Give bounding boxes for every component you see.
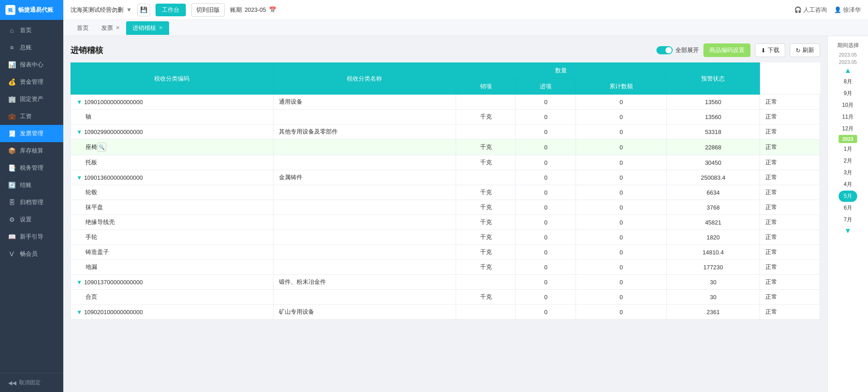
period-item[interactable]: 12月 — [839, 123, 857, 134]
table-row-code: 手轮 — [71, 230, 274, 245]
logo-icon: 账 — [5, 5, 15, 15]
period-item[interactable]: 8月 — [839, 76, 857, 87]
tab-reconcile[interactable]: 进销稽核 ✕ — [126, 21, 169, 35]
search-icon[interactable]: 🔍 — [97, 143, 106, 152]
period-item[interactable]: 3月 — [839, 167, 857, 178]
table-row-name — [273, 290, 456, 305]
table-row-sales: 0 — [516, 185, 576, 200]
workspace-button[interactable]: 工作台 — [156, 4, 186, 16]
expand-icon[interactable]: ▼ — [76, 129, 82, 135]
period-date-2[interactable]: 2023.05 — [837, 58, 859, 66]
refresh-button[interactable]: ↻ 刷新 — [790, 43, 820, 57]
table-row-total: 22868 — [666, 139, 760, 155]
sidebar-item-asset[interactable]: 🏢 固定资产 — [0, 91, 63, 108]
table-row-unit — [456, 275, 516, 290]
page-title: 进销稽核 — [71, 45, 103, 56]
period-item[interactable]: 10月 — [839, 100, 857, 111]
table-row-code: 轮毂 — [71, 185, 274, 200]
period-date-1[interactable]: 2023.05 — [837, 51, 859, 58]
sidebar-item-salary[interactable]: 💼 工资 — [0, 108, 63, 125]
content-main: 进销稽核 全部展开 商品编码设置 ⬇ 下载 ↻ 刷新 — [63, 36, 827, 392]
period-item[interactable]: 7月 — [839, 214, 857, 225]
settlement-icon: 🔄 — [8, 182, 15, 189]
inventory-icon: 📦 — [8, 147, 15, 154]
period-item[interactable]: 2023 — [839, 135, 857, 143]
sidebar-item-guide[interactable]: 📖 新手引导 — [0, 228, 63, 245]
help-label: 人工咨询 — [803, 6, 827, 14]
table-row-sales: 0 — [516, 260, 576, 275]
switch-version-button[interactable]: 切到旧版 — [191, 3, 225, 17]
sidebar-item-fund[interactable]: 💰 资金管理 — [0, 73, 63, 91]
table-row-name: 锻件、粉末冶金件 — [273, 275, 456, 290]
table-row-status: 正常 — [760, 170, 820, 185]
table-row-total: 3768 — [666, 200, 760, 215]
sidebar-item-home[interactable]: ⌂ 首页 — [0, 22, 63, 39]
period-item[interactable]: 5月 — [839, 191, 857, 202]
period-item[interactable]: 9月 — [839, 88, 857, 99]
toggle-switch[interactable] — [656, 46, 673, 54]
period-item[interactable]: 11月 — [839, 111, 857, 123]
table-row-purchase: 0 — [576, 139, 667, 155]
table-row-status: 正常 — [760, 305, 820, 320]
table-row-total: 1820 — [666, 230, 760, 245]
sidebar-item-tax[interactable]: 📑 税务管理 — [0, 159, 63, 177]
period-item[interactable]: 4月 — [839, 179, 857, 190]
sidebar-item-label: 归档管理 — [20, 198, 43, 206]
table-row-sales: 0 — [516, 305, 576, 320]
expand-icon[interactable]: ▼ — [76, 279, 82, 286]
sidebar-item-member[interactable]: V 畅会员 — [0, 245, 63, 263]
sidebar-item-settings[interactable]: ⚙ 设置 — [0, 211, 63, 228]
download-icon: ⬇ — [761, 47, 766, 54]
save-icon: 💾 — [140, 6, 147, 13]
expand-toggle[interactable]: 全部展开 — [656, 46, 699, 54]
expand-icon[interactable]: ▼ — [76, 309, 82, 316]
table-row-sales: 0 — [516, 124, 576, 139]
sidebar-footer[interactable]: ◀◀ 取消固定 — [0, 373, 63, 392]
user-button[interactable]: 👤 徐泽华 — [834, 6, 861, 14]
help-button[interactable]: 🎧 人工咨询 — [794, 6, 827, 14]
period-nav-up[interactable]: ▲ — [844, 66, 853, 76]
period-value: 2023-05 — [245, 6, 266, 13]
download-button[interactable]: ⬇ 下载 — [755, 43, 785, 57]
table-row-sales: 0 — [516, 230, 576, 245]
guide-icon: 📖 — [8, 233, 15, 240]
table-row-status: 正常 — [760, 260, 820, 275]
table-row-purchase: 0 — [576, 230, 667, 245]
expand-icon[interactable]: ▼ — [76, 174, 82, 181]
sidebar-item-label: 设置 — [20, 215, 32, 224]
sidebar-item-archive[interactable]: 🗄 归档管理 — [0, 194, 63, 211]
tab-reconcile-close-icon[interactable]: ✕ — [159, 25, 163, 31]
period-nav-down[interactable]: ▼ — [844, 226, 853, 236]
content-wrapper: 进销稽核 全部展开 商品编码设置 ⬇ 下载 ↻ 刷新 — [63, 36, 827, 392]
save-icon-btn[interactable]: 💾 — [137, 4, 150, 16]
table-row-name — [273, 215, 456, 230]
sidebar-item-ledger[interactable]: ≡ 总账 — [0, 39, 63, 56]
table-row-status: 正常 — [760, 124, 820, 139]
table-row-status: 正常 — [760, 200, 820, 215]
table-row-purchase: 0 — [576, 275, 667, 290]
period-item[interactable]: 6月 — [839, 202, 857, 214]
sidebar-item-report[interactable]: 📊 报表中心 — [0, 56, 63, 73]
tab-invoice-close-icon[interactable]: ✕ — [116, 25, 120, 31]
tab-home[interactable]: 首页 — [71, 21, 95, 35]
table-row-code: 轴 — [71, 110, 274, 124]
table-row-total: 30 — [666, 275, 760, 290]
sidebar-item-settlement[interactable]: 🔄 结账 — [0, 177, 63, 194]
sidebar-item-inventory[interactable]: 📦 库存核算 — [0, 142, 63, 159]
period-item[interactable]: 1月 — [839, 143, 857, 155]
table-row-sales: 0 — [516, 215, 576, 230]
sidebar-item-invoice[interactable]: 🧾 发票管理 — [0, 125, 63, 142]
calendar-icon[interactable]: 📅 — [269, 6, 276, 13]
refresh-icon: ↻ — [796, 47, 801, 54]
expand-icon[interactable]: ▼ — [76, 99, 82, 105]
table-row-sales: 0 — [516, 139, 576, 155]
table-row-total: 250083.4 — [666, 170, 760, 185]
tab-invoice[interactable]: 发票 ✕ — [95, 21, 126, 35]
setting-button[interactable]: 商品编码设置 — [703, 43, 750, 57]
table-row-sales: 0 — [516, 245, 576, 260]
sidebar-item-label: 固定资产 — [20, 95, 43, 103]
sidebar-footer-label: 取消固定 — [19, 379, 41, 387]
company-selector[interactable]: 沈海英测试经营勿删 ▼ — [71, 6, 132, 14]
sidebar-item-label: 工资 — [20, 112, 32, 120]
period-item[interactable]: 2月 — [839, 155, 857, 167]
